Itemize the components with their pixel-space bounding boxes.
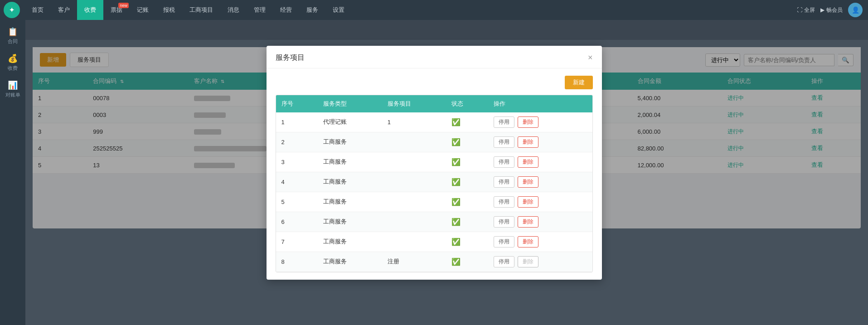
modal-cell-status: ✅: [446, 232, 488, 252]
modal-cell-item: 注册: [382, 252, 446, 272]
nav-manage[interactable]: 管理: [247, 0, 273, 20]
modal-cell-type: 工商服务: [318, 212, 382, 232]
video-icon: ▶: [820, 7, 824, 13]
sidebar-item-fee[interactable]: 💰 收费: [0, 50, 25, 75]
modal-cell-seq: 6: [276, 212, 318, 232]
delete-button[interactable]: 删除: [518, 176, 538, 188]
nav-settings[interactable]: 设置: [325, 0, 352, 20]
modal-table-row: 5 工商服务 ✅ 停用 删除: [276, 192, 592, 212]
delete-button[interactable]: 删除: [518, 136, 538, 148]
modal-cell-status: ✅: [446, 252, 488, 272]
modal-cell-item: [382, 172, 446, 192]
nav-industrial[interactable]: 工商项目: [182, 0, 220, 20]
modal-table-row: 6 工商服务 ✅ 停用 删除: [276, 212, 592, 232]
stop-button[interactable]: 停用: [494, 216, 514, 228]
sidebar-item-contract[interactable]: 📋 合同: [0, 24, 25, 49]
modal-body: 新建 序号 服务类型 服务项目 状态 操作 1 代理记账: [267, 68, 602, 280]
nav-right: ⛶ 全屏 ▶ 畅会员 👤: [797, 3, 868, 17]
modal-cell-action: 停用 删除: [488, 132, 592, 152]
delete-button[interactable]: 删除: [518, 216, 538, 228]
modal-cell-seq: 2: [276, 132, 318, 152]
modal-cell-action: 停用 删除: [488, 252, 592, 272]
modal-cell-seq: 3: [276, 152, 318, 172]
stop-button[interactable]: 停用: [494, 236, 514, 247]
modal-cell-action: 停用 删除: [488, 192, 592, 212]
delete-button[interactable]: 删除: [518, 196, 538, 208]
modal-table-row: 8 工商服务 注册 ✅ 停用 删除: [276, 252, 592, 272]
stop-button[interactable]: 停用: [494, 156, 514, 168]
nav-invoice[interactable]: 票据 new: [103, 0, 130, 20]
nav-items: 首页 客户 收费 票据 new 记账 报税 工商项目 消息 管理 经营 服务 设…: [24, 0, 352, 20]
service-items-modal: 服务项目 × 新建 序号 服务类型 服务项目 状态 操作 1: [267, 46, 602, 280]
modal-cell-type: 工商服务: [318, 152, 382, 172]
nav-customer[interactable]: 客户: [51, 0, 77, 20]
app-logo: ✦: [4, 2, 20, 18]
delete-button[interactable]: 删除: [518, 156, 538, 168]
modal-toolbar: 新建: [276, 76, 593, 89]
modal-cell-type: 工商服务: [318, 132, 382, 152]
sidebar-item-reconciliation[interactable]: 📊 对账单: [0, 77, 25, 102]
modal-cell-status: ✅: [446, 132, 488, 152]
modal-cell-item: [382, 192, 446, 212]
nav-fee[interactable]: 收费: [77, 0, 103, 20]
delete-button[interactable]: 删除: [518, 116, 538, 128]
fullscreen-button[interactable]: ⛶ 全屏: [797, 6, 815, 14]
modal-col-action: 操作: [488, 95, 592, 112]
fullscreen-icon: ⛶: [797, 7, 802, 13]
member-button[interactable]: ▶ 畅会员: [820, 6, 843, 14]
modal-new-button[interactable]: 新建: [565, 76, 593, 89]
modal-cell-action: 停用 删除: [488, 152, 592, 172]
avatar[interactable]: 👤: [848, 3, 863, 17]
modal-cell-action: 停用 删除: [488, 212, 592, 232]
fee-icon: 💰: [8, 54, 17, 63]
modal-cell-status: ✅: [446, 152, 488, 172]
modal-cell-item: 1: [382, 112, 446, 132]
modal-cell-status: ✅: [446, 112, 488, 132]
stop-button[interactable]: 停用: [494, 176, 514, 188]
modal-header: 服务项目 ×: [267, 46, 602, 68]
modal-cell-item: [382, 152, 446, 172]
modal-col-status: 状态: [446, 95, 488, 112]
top-nav: ✦ 首页 客户 收费 票据 new 记账 报税 工商项目 消息 管理 经营 服务…: [0, 0, 868, 20]
modal-cell-action: 停用 删除: [488, 172, 592, 192]
contract-icon: 📋: [8, 27, 17, 36]
stop-button[interactable]: 停用: [494, 136, 514, 148]
modal-cell-item: [382, 212, 446, 232]
nav-message[interactable]: 消息: [220, 0, 247, 20]
modal-title: 服务项目: [276, 53, 305, 63]
modal-cell-seq: 8: [276, 252, 318, 272]
modal-cell-type: 工商服务: [318, 252, 382, 272]
modal-table-row: 4 工商服务 ✅ 停用 删除: [276, 172, 592, 192]
modal-cell-type: 工商服务: [318, 192, 382, 212]
modal-table-row: 3 工商服务 ✅ 停用 删除: [276, 152, 592, 172]
nav-home[interactable]: 首页: [24, 0, 51, 20]
reconciliation-icon: 📊: [8, 81, 17, 90]
sidebar: 📋 合同 💰 收费 📊 对账单: [0, 20, 25, 325]
modal-table-wrap[interactable]: 序号 服务类型 服务项目 状态 操作 1 代理记账 1 ✅ 停用: [276, 95, 593, 272]
modal-cell-type: 工商服务: [318, 172, 382, 192]
stop-button[interactable]: 停用: [494, 116, 514, 128]
modal-cell-seq: 7: [276, 232, 318, 252]
nav-tax[interactable]: 报税: [156, 0, 182, 20]
modal-cell-type: 工商服务: [318, 232, 382, 252]
modal-table-row: 2 工商服务 ✅ 停用 删除: [276, 132, 592, 152]
modal-col-item: 服务项目: [382, 95, 446, 112]
delete-button[interactable]: 删除: [518, 256, 538, 267]
modal-service-table: 序号 服务类型 服务项目 状态 操作 1 代理记账 1 ✅ 停用: [276, 95, 592, 272]
modal-cell-status: ✅: [446, 192, 488, 212]
modal-cell-seq: 5: [276, 192, 318, 212]
modal-table-row: 1 代理记账 1 ✅ 停用 删除: [276, 112, 592, 132]
modal-cell-action: 停用 删除: [488, 232, 592, 252]
nav-bookkeeping[interactable]: 记账: [130, 0, 156, 20]
modal-col-type: 服务类型: [318, 95, 382, 112]
nav-business[interactable]: 经营: [273, 0, 299, 20]
stop-button[interactable]: 停用: [494, 196, 514, 208]
modal-close-button[interactable]: ×: [588, 53, 593, 62]
delete-button[interactable]: 删除: [518, 236, 538, 247]
modal-cell-seq: 4: [276, 172, 318, 192]
modal-cell-item: [382, 132, 446, 152]
modal-col-seq: 序号: [276, 95, 318, 112]
modal-cell-status: ✅: [446, 172, 488, 192]
stop-button[interactable]: 停用: [494, 256, 514, 267]
nav-service[interactable]: 服务: [299, 0, 325, 20]
